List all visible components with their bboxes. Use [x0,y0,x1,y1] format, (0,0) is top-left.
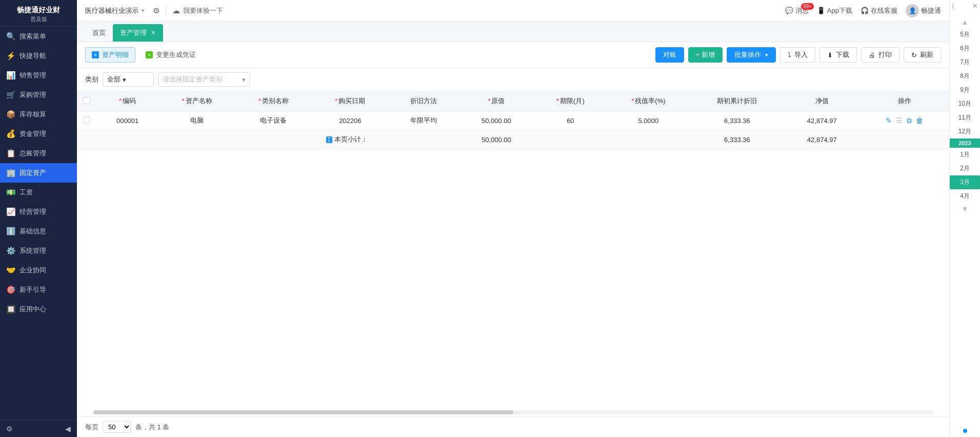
purchase-icon: 🛒 [6,90,15,100]
message-action[interactable]: 💬 消息 99+ [785,6,809,15]
col-header-purchase-date: *购买日期 [312,91,388,111]
new-button[interactable]: + 新增 [688,47,723,63]
print-button[interactable]: 🖨 打印 [861,47,899,63]
detail-icon[interactable]: ☰ [896,116,903,125]
sidebar-item-inventory[interactable]: 📦 库存核算 [0,105,77,124]
sidebar-item-operations[interactable]: 📈 经营管理 [0,202,77,222]
cell-purchase-date: 202206 [312,111,388,130]
row-checkbox-cell[interactable] [77,111,96,130]
sidebar-logo: 畅捷通好业财 普及版 [0,0,77,27]
subtotal-label-cell: Σ 本页小计： [235,130,459,149]
app-download-label: App下载 [827,6,852,15]
company-settings-icon[interactable]: ⚙ [153,6,159,15]
month-5[interactable]: 5月 [950,28,980,42]
cell-depreciation-method: 年限平均 [389,111,459,130]
tab-asset-management[interactable]: 资产管理 ✕ [113,24,163,42]
action-icons: ✎ ☰ ⧉ 🗑 [866,116,943,125]
right-panel-expand-icon[interactable]: ⟨ [952,2,954,10]
cell-residual-rate: 5.0000 [607,111,690,130]
filter-category-label: 类别 [85,75,98,84]
month-1[interactable]: 1月 [950,148,980,162]
sidebar-item-quicknav[interactable]: ⚡ 快捷导航 [0,46,77,66]
filter-type-arrow: ▾ [123,76,126,84]
reconcile-button[interactable]: 对账 [655,47,684,63]
experience-btn[interactable]: ☁ 我要体验一下 [172,6,223,15]
row-checkbox[interactable] [83,116,90,124]
sidebar-item-ledger[interactable]: 📋 总账管理 [0,144,77,163]
operations-icon: 📈 [6,207,15,216]
refresh-button[interactable]: ↻ 刷新 [904,47,941,63]
sidebar-item-sales[interactable]: 📊 销售管理 [0,66,77,85]
pagination: 每页 50 100 200 条，共 1 条 [77,416,949,437]
table-header-row: *编码 *资产名称 *类别名称 *购买日期 折旧方法 *原值 *期限(月) *残… [77,91,949,111]
subtotal-row: Σ 本页小计： 50,000.00 6,333.36 42,874.97 [77,130,949,149]
sidebar-item-payroll[interactable]: 💵 工资 [0,183,77,202]
right-panel-dot[interactable] [963,429,967,433]
per-page-select[interactable]: 50 100 200 [103,421,131,433]
sidebar-item-basic-info[interactable]: ℹ️ 基础信息 [0,222,77,241]
sidebar-item-guide[interactable]: 🎯 新手引导 [0,280,77,300]
table-row: 000001 电脑 电子设备 202206 年限平均 50,000.00 60 … [77,111,949,130]
month-12[interactable]: 12月 [950,125,980,138]
month-8[interactable]: 8月 [950,69,980,83]
logo-title: 畅捷通好业财 [17,5,60,15]
tab-close-icon[interactable]: ✕ [151,29,156,36]
month-11[interactable]: 11月 [950,111,980,125]
logo-sub: 普及版 [30,15,47,23]
download-icon: ⬇ [827,51,833,59]
month-9[interactable]: 9月 [950,83,980,97]
delete-icon[interactable]: 🗑 [916,116,923,125]
filter-category-select[interactable]: 请选择固定资产类别 ▾ [158,72,250,87]
month-4[interactable]: 4月 [950,189,980,203]
sidebar-item-funds[interactable]: 💰 资金管理 [0,124,77,144]
cell-actions: ✎ ☰ ⧉ 🗑 [859,111,949,130]
import-button[interactable]: ⤵ 导入 [780,47,815,63]
subtotal-empty-name [158,130,235,149]
subtotal-icon: Σ [326,136,332,143]
sub-tab-change-voucher[interactable]: ≡ 变更生成凭证 [139,48,202,62]
tab-home[interactable]: 首页 [85,24,113,42]
right-panel-close-icon[interactable]: ✕ [972,2,978,10]
subtotal-empty-period [534,130,607,149]
horizontal-scrollbar[interactable] [77,408,949,416]
right-panel-down-arrow[interactable]: ▼ [962,203,969,214]
settings-bottom-icon[interactable]: ⚙ [6,425,13,433]
month-7[interactable]: 7月 [950,55,980,69]
cell-category: 电子设备 [235,111,312,130]
table-header-checkbox[interactable] [77,91,96,111]
edit-icon[interactable]: ✎ [886,116,892,125]
sales-icon: 📊 [6,71,15,80]
filter-category-type[interactable]: 全部 ▾ [103,72,154,87]
right-panel-up-arrow[interactable]: ▲ [962,16,969,28]
user-action[interactable]: 👤 畅捷通 [906,4,941,17]
select-all-checkbox[interactable] [83,97,90,104]
subtotal-empty-checkbox [77,130,96,149]
batch-ops-label: 批量操作 [734,50,761,59]
sidebar-item-search[interactable]: 🔍 搜索菜单 [0,27,77,46]
flash-icon: ⚡ [6,51,15,61]
funds-icon: 💰 [6,129,15,138]
sidebar-item-system[interactable]: ⚙️ 系统管理 [0,241,77,261]
sidebar-item-purchase[interactable]: 🛒 采购管理 [0,85,77,105]
copy-icon[interactable]: ⧉ [907,116,912,125]
month-2[interactable]: 2月 [950,162,980,175]
month-6[interactable]: 6月 [950,42,980,55]
month-3-current[interactable]: 3月 [950,175,980,189]
sidebar-item-fixed-assets[interactable]: 🏢 固定资产 [0,163,77,183]
topbar-right: 💬 消息 99+ 📱 App下载 🎧 在线客服 👤 畅捷通 [785,4,941,17]
batch-ops-button[interactable]: 批量操作 ▾ [727,47,776,63]
sub-tab-asset-detail[interactable]: ≡ 资产明细 [85,47,135,63]
right-panel-bottom [963,429,967,437]
new-label: + 新增 [696,50,715,59]
page-content: ≡ 资产明细 ≡ 变更生成凭证 对账 + 新增 批量操作 ▾ ⤵ 导入 [77,42,949,437]
month-10[interactable]: 10月 [950,97,980,111]
download-label: 下载 [836,50,849,59]
download-button[interactable]: ⬇ 下载 [819,47,857,63]
sidebar-item-app-center[interactable]: 🔲 应用中心 [0,300,77,319]
app-download-action[interactable]: 📱 App下载 [817,6,852,15]
asset-table-wrap: *编码 *资产名称 *类别名称 *购买日期 折旧方法 *原值 *期限(月) *残… [77,91,949,408]
collapse-icon[interactable]: ◀ [65,425,71,433]
company-selector[interactable]: 医疗器械行业演示 ▾ [85,6,145,15]
sidebar-item-enterprise[interactable]: 🤝 企业协同 [0,261,77,280]
online-service-action[interactable]: 🎧 在线客服 [861,6,897,15]
